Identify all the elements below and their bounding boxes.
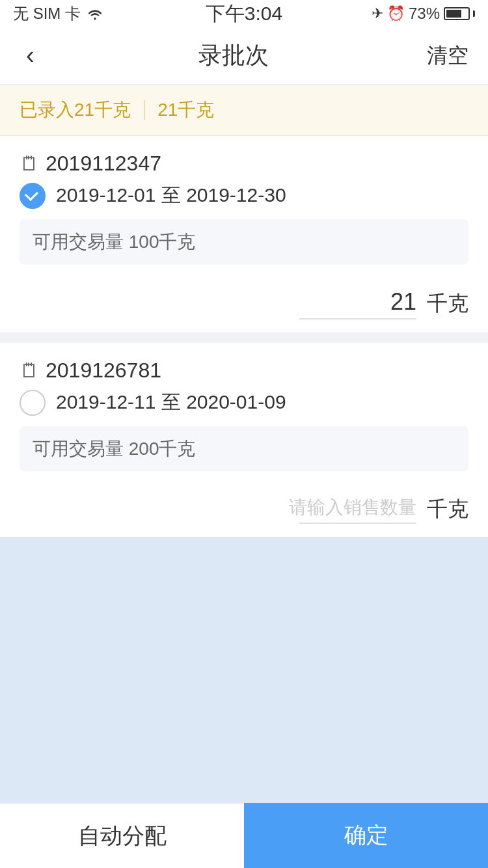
status-bar: 无 SIM 卡 下午3:04 ✈ ⏰ 73% [0, 0, 488, 27]
status-time: 下午3:04 [206, 1, 282, 27]
date-row-2: 2019-12-11 至 2020-01-09 [0, 389, 488, 426]
qty-input-wrapper-2: 请输入销售数量 [289, 495, 416, 524]
radio-btn-1[interactable] [20, 183, 46, 209]
qty-underline-1 [299, 318, 416, 319]
sim-label: 无 SIM 卡 [13, 3, 81, 24]
status-right: ✈ ⏰ 73% [372, 5, 475, 23]
battery-icon [444, 7, 475, 20]
total-label: 21千克 [157, 98, 214, 122]
card-separator-1 [0, 332, 488, 343]
available-qty-2: 可用交易量 200千克 [20, 426, 468, 472]
wifi-icon [86, 7, 104, 20]
nav-bar: ‹ 录批次 清空 [0, 27, 488, 85]
clear-button[interactable]: 清空 [427, 42, 468, 70]
summary-divider [144, 100, 144, 120]
batch-icon-2: 🗒 [20, 360, 39, 382]
available-qty-1: 可用交易量 100千克 [20, 219, 468, 265]
back-button[interactable]: ‹ [20, 35, 41, 76]
confirm-button[interactable]: 确定 [244, 803, 488, 868]
qty-row-2: 请输入销售数量 千克 [0, 485, 488, 537]
qty-underline-2 [299, 522, 416, 524]
batch-header-2: 🗒 2019126781 [0, 343, 488, 389]
page-title: 录批次 [198, 40, 269, 72]
bottom-bar: 自动分配 确定 [0, 803, 488, 868]
qty-unit-2: 千克 [427, 495, 468, 524]
qty-row-1: 21 千克 [0, 278, 488, 332]
date-range-2: 2019-12-11 至 2020-01-09 [56, 389, 286, 416]
qty-unit-1: 千克 [427, 290, 468, 318]
batch-icon-1: 🗒 [20, 153, 39, 175]
batch-header-1: 🗒 2019112347 [0, 136, 488, 182]
batch-item-2: 🗒 2019126781 2019-12-11 至 2020-01-09 可用交… [0, 343, 488, 537]
battery-percent: 73% [409, 5, 440, 23]
batch-number-2: 2019126781 [46, 359, 161, 383]
recorded-label: 已录入21千克 [20, 98, 131, 122]
auto-distribute-button[interactable]: 自动分配 [0, 803, 244, 868]
empty-area [0, 537, 488, 803]
batch-item-1: 🗒 2019112347 2019-12-01 至 2019-12-30 可用交… [0, 136, 488, 332]
location-icon: ✈ [372, 5, 383, 22]
radio-btn-2[interactable] [20, 390, 46, 416]
content-area: 已录入21千克 21千克 🗒 2019112347 2019-12-01 至 2… [0, 85, 488, 868]
qty-input-wrapper-1: 21 [299, 288, 416, 319]
qty-placeholder-2[interactable]: 请输入销售数量 [289, 495, 416, 520]
batch-number-1: 2019112347 [46, 152, 161, 176]
alarm-icon: ⏰ [387, 5, 405, 22]
date-range-1: 2019-12-01 至 2019-12-30 [56, 182, 286, 209]
status-left: 无 SIM 卡 [13, 3, 104, 24]
qty-value-1[interactable]: 21 [390, 288, 416, 316]
date-row-1: 2019-12-01 至 2019-12-30 [0, 182, 488, 219]
summary-banner: 已录入21千克 21千克 [0, 85, 488, 136]
